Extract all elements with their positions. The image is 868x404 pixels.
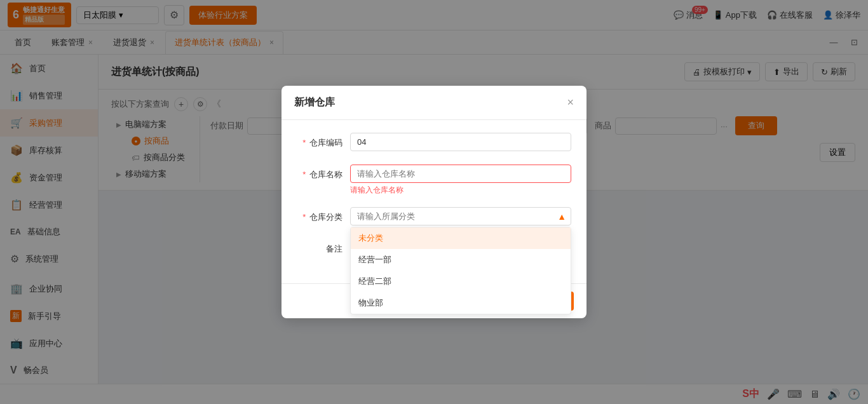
modal-header: 新增仓库 × <box>281 86 587 120</box>
form-row-code: * 仓库编码 <box>297 133 571 153</box>
category-label: * 仓库分类 <box>297 207 342 227</box>
warehouse-code-input[interactable] <box>350 133 571 151</box>
dropdown-item-property[interactable]: 物业部 <box>351 292 571 314</box>
dropdown-item-dept1[interactable]: 经营一部 <box>351 249 571 271</box>
warehouse-name-input[interactable] <box>350 165 571 183</box>
dropdown-item-uncategorized[interactable]: 未分类 <box>351 227 571 249</box>
modal-close-button[interactable]: × <box>567 96 574 109</box>
form-row-category: * 仓库分类 ▲ 未分类 经营一部 经营二部 物业部 <box>297 207 571 227</box>
name-control: 请输入仓库名称 <box>350 165 571 196</box>
warehouse-category-input[interactable] <box>350 207 571 226</box>
category-wrapper: ▲ 未分类 经营一部 经营二部 物业部 <box>350 207 571 226</box>
code-control <box>350 133 571 151</box>
name-error-message: 请输入仓库名称 <box>350 185 571 196</box>
name-label: * 仓库名称 <box>297 165 342 185</box>
modal-new-warehouse: 新增仓库 × * 仓库编码 * 仓库名称 <box>281 86 587 318</box>
code-label: * 仓库编码 <box>297 133 342 153</box>
notes-label: 备注 <box>297 239 342 259</box>
form-row-name: * 仓库名称 请输入仓库名称 <box>297 165 571 196</box>
modal-body: * 仓库编码 * 仓库名称 请输入仓库名称 <box>281 120 587 283</box>
category-dropdown: 未分类 经营一部 经营二部 物业部 <box>350 227 571 314</box>
modal-title: 新增仓库 <box>294 96 335 109</box>
dropdown-item-dept2[interactable]: 经营二部 <box>351 271 571 292</box>
modal-overlay[interactable]: 新增仓库 × * 仓库编码 * 仓库名称 <box>0 0 868 404</box>
